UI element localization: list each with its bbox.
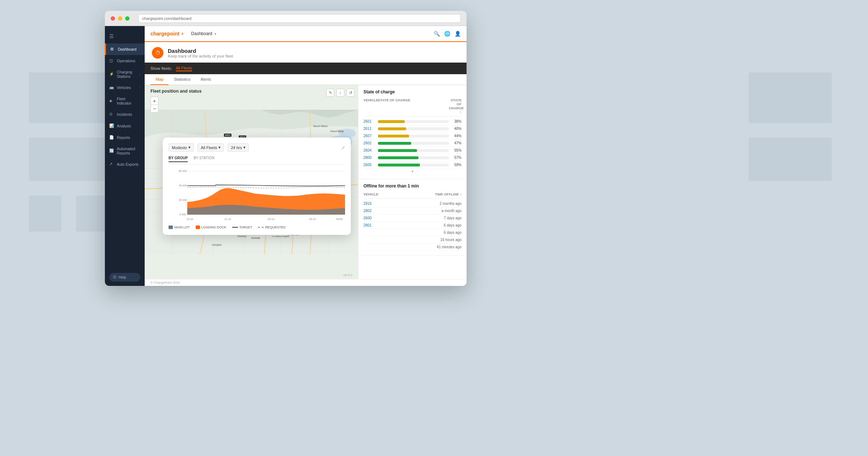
sidebar-item-automated-reports[interactable]: 🔄 Automated Reports (105, 143, 145, 159)
page-icon-symbol: ⏱ (155, 50, 160, 56)
sidebar-item-label: Vehicles (117, 85, 131, 90)
offline-row-16hours: 16 hours ago (363, 236, 461, 244)
charge-row-2800: 2800 57% (363, 154, 461, 161)
close-dot[interactable] (111, 16, 115, 21)
legend-color-loading-dock (196, 225, 200, 229)
offline-section: Offline for more than 1 min VEHICLE TIME… (358, 179, 467, 256)
breadcrumb: Dashboard ▾ (191, 31, 216, 36)
charge-bar-fill (378, 142, 411, 145)
chart-legend: MAIN LOT LOADING DOCK TARGET REQUESTED (169, 225, 345, 229)
help-label: Help (119, 275, 126, 279)
globe-icon[interactable]: 🌐 (444, 31, 450, 37)
charge-pct: 47% (449, 141, 461, 145)
zoom-in-btn[interactable]: + (150, 97, 158, 105)
vehicle-link[interactable]: 2607 (363, 134, 378, 138)
map-prev-btn[interactable]: ‹ (336, 89, 344, 97)
sidebar-item-operations[interactable]: ◫ Operations (105, 55, 145, 67)
charge-row-2601: 2601 38% (363, 118, 461, 125)
vehicle-link[interactable]: 2602 (363, 141, 378, 145)
tab-alerts[interactable]: Alerts (195, 74, 216, 85)
offline-vehicle-link[interactable]: 2802 (363, 209, 382, 213)
vehicle-link[interactable]: 2605 (363, 163, 378, 167)
search-icon[interactable]: 🔍 (434, 31, 440, 37)
chart-tab-by-group[interactable]: BY GROUP (169, 156, 188, 162)
legend-label-loading-dock: LOADING DOCK (201, 225, 226, 229)
col-state-of-charge: STATE OF CHARGE (378, 98, 449, 114)
timeframe-label: 24 hrs (231, 145, 242, 150)
page-title: Dashboard (168, 48, 233, 54)
right-panel: State of charge VEHICLE STATE OF CHARGE … (358, 85, 467, 279)
sidebar: ☰ ⊞ Dashboard ◫ Operations ⚡ Charging St… (105, 26, 145, 286)
legend-target: TARGET (232, 225, 252, 229)
sidebar-item-dashboard[interactable]: ⊞ Dashboard (105, 43, 145, 55)
sidebar-item-charging-stations[interactable]: ⚡ Charging Stations › (105, 67, 145, 82)
sidebar-item-fleet-indicator[interactable]: ◈ Fleet Indicator (105, 93, 145, 109)
tab-map[interactable]: Map (150, 74, 169, 85)
map-edit-btn[interactable]: ✎ (326, 89, 334, 97)
legend-label-requested: REQUESTED (265, 225, 285, 229)
offline-row-6days: 6 days ago (363, 229, 461, 236)
location-dropdown[interactable]: Modesto ▾ (169, 143, 194, 152)
top-nav: chargepoint + Dashboard ▾ 🔍 🌐 👤 (145, 26, 467, 42)
map-actions: ✎ ‹ ↺ (326, 89, 354, 97)
content-tabs: Map Statistics Alerts (145, 74, 467, 85)
page-icon: ⏱ (152, 47, 163, 59)
vehicle-link[interactable]: 2604 (363, 148, 378, 152)
charge-bar-fill (378, 149, 417, 152)
sidebar-collapse-btn[interactable]: ☰ (105, 30, 145, 42)
offline-vehicle-link[interactable]: 2600 (363, 216, 382, 220)
scroll-hint: ▼ (363, 169, 461, 174)
vehicle-link[interactable]: 2601 (363, 119, 378, 123)
maximize-dot[interactable] (125, 16, 129, 21)
address-text: chargepoint.com/dashboard (142, 16, 191, 21)
timeframe-dropdown[interactable]: 24 hrs ▾ (227, 143, 249, 152)
logo-text: chargepoint (150, 31, 179, 37)
address-bar[interactable]: chargepoint.com/dashboard (138, 14, 461, 23)
vehicle-link[interactable]: 2800 (363, 156, 378, 160)
map-refresh-btn[interactable]: ↺ (346, 89, 354, 97)
charge-bar-bg (378, 120, 449, 123)
charge-row-2604: 2604 55% (363, 147, 461, 154)
zoom-out-btn[interactable]: − (150, 105, 158, 113)
charge-bar-fill (378, 127, 406, 130)
sidebar-item-vehicles[interactable]: 🚌 Vehicles › (105, 82, 145, 93)
legend-requested: REQUESTED (258, 225, 285, 229)
offline-vehicle-link[interactable]: 2801 (363, 223, 382, 227)
legend-dashed-requested (258, 227, 264, 228)
svg-text:20 kW: 20 kW (179, 198, 187, 202)
sidebar-item-incidents[interactable]: ⊙ Incidents (105, 109, 145, 120)
chevron-icon: › (139, 73, 140, 76)
offline-time: 16 hours ago (382, 238, 461, 242)
chart-expand-btn[interactable]: ⤢ (341, 145, 345, 150)
offline-time: a month ago (382, 209, 461, 213)
charging-icon: ⚡ (109, 72, 114, 77)
tab-statistics[interactable]: Statistics (169, 74, 195, 85)
all-fleets-label[interactable]: All Fleets (176, 66, 192, 71)
analysis-icon: 📊 (109, 123, 114, 128)
svg-text:Downey: Downey (238, 235, 247, 238)
chart-tab-by-station[interactable]: BY STATION (193, 156, 214, 162)
offline-header: VEHICLE TIME OFFLINE ↕ (363, 192, 461, 199)
sidebar-help: ⓪ Help (105, 269, 145, 286)
col-vehicle: VEHICLE (363, 98, 378, 114)
version-text: 16.0.2 (343, 273, 352, 277)
help-button[interactable]: ⓪ Help (109, 273, 140, 282)
fleet-dropdown[interactable]: All Fleets ▾ (197, 143, 224, 152)
offline-title: Offline for more than 1 min (363, 183, 461, 189)
user-icon[interactable]: 👤 (455, 31, 461, 37)
sidebar-item-reports[interactable]: 📄 Reports (105, 132, 145, 143)
offline-time: 6 days ago (382, 231, 461, 235)
sidebar-item-label: Operations (117, 59, 135, 63)
minimize-dot[interactable] (118, 16, 122, 21)
charge-pct: 38% (449, 119, 461, 123)
vehicle-link[interactable]: 2611 (363, 127, 378, 131)
svg-text:15:10: 15:10 (187, 218, 193, 221)
state-of-charge-header: VEHICLE STATE OF CHARGE STATE OF CHARGE … (363, 98, 461, 117)
sidebar-item-auto-exports[interactable]: ↗ Auto Exports (105, 159, 145, 170)
offline-vehicle-link[interactable]: 2916 (363, 202, 382, 206)
offline-row-41min: 41 minutes ago (363, 244, 461, 251)
auto-reports-icon: 🔄 (109, 148, 114, 153)
operations-icon: ◫ (109, 58, 114, 63)
sidebar-item-analysis[interactable]: 📊 Analysis (105, 120, 145, 132)
offline-col-vehicle: VEHICLE (363, 192, 382, 196)
